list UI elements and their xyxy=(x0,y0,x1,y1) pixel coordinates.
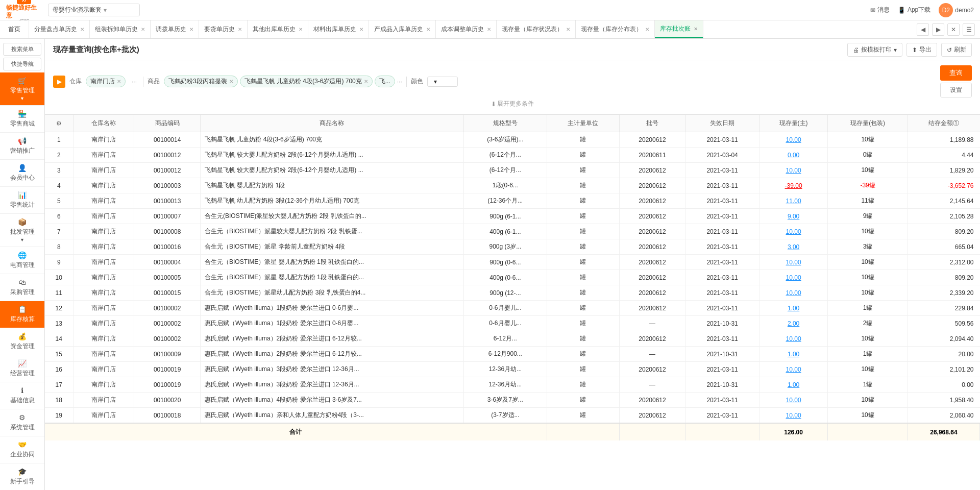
tab-close-icon[interactable]: ✕ xyxy=(80,27,84,32)
product-tag-3[interactable]: 飞... xyxy=(375,76,395,87)
sidebar-item-retail-mgmt[interactable]: 🛒 零售管理 ▼ xyxy=(0,72,44,106)
sidebar-item-wholesale[interactable]: 📦 批发管理 ▼ xyxy=(0,214,44,247)
cell-code: 00100018 xyxy=(134,408,201,424)
cell-batch: 20200611 xyxy=(619,148,685,163)
cell-qty-main[interactable]: 1.00 xyxy=(759,347,828,362)
sidebar-item-guide[interactable]: 🎓 新手引导 xyxy=(0,463,44,490)
tab-next-btn[interactable]: ▶ xyxy=(932,23,944,36)
cell-batch: — xyxy=(619,316,685,331)
cell-qty-main[interactable]: 10.00 xyxy=(759,163,828,178)
tab-yaohuo[interactable]: 要货单历史 ✕ xyxy=(199,20,248,38)
tab-close-icon[interactable]: ✕ xyxy=(141,27,145,32)
tab-xiancunliang-fenbiao[interactable]: 现存量（库存分布表） ✕ xyxy=(576,20,655,38)
message-btn[interactable]: ✉ 消息 xyxy=(870,6,890,14)
cell-qty-main[interactable]: 1.00 xyxy=(759,301,828,316)
cell-qty-main[interactable]: 0.00 xyxy=(759,148,828,163)
query-btn[interactable]: 查询 xyxy=(940,65,972,81)
sidebar-item-inventory[interactable]: 📋 库存核算 xyxy=(0,301,44,328)
color-filter-dropdown[interactable]: ▾ xyxy=(427,77,458,87)
cell-qty-main[interactable]: 10.00 xyxy=(759,408,828,424)
col-settings[interactable]: ⚙ xyxy=(45,115,73,132)
refresh-btn[interactable]: ↺ 刷新 xyxy=(941,43,972,57)
cell-unit: 罐 xyxy=(547,224,619,239)
sidebar-item-purchase[interactable]: 🛍 采购管理 xyxy=(0,274,44,301)
sidebar-item-basic-info[interactable]: ℹ 基础信息 xyxy=(0,382,44,409)
cell-qty-main[interactable]: 10.00 xyxy=(759,362,828,377)
cell-qty-main[interactable]: 10.00 xyxy=(759,270,828,285)
tab-diaobo[interactable]: 调拨单历史 ✕ xyxy=(151,20,199,38)
tab-cailiao-chuku[interactable]: 材料出库单历史 ✕ xyxy=(308,20,369,38)
sidebar-item-ecommerce[interactable]: 🌐 电商管理 xyxy=(0,247,44,274)
cell-qty-main[interactable]: 10.00 xyxy=(759,132,828,148)
tab-close-current-btn[interactable]: ✕ xyxy=(947,23,960,36)
cell-qty-main[interactable]: -39.00 xyxy=(759,178,828,193)
tab-close-icon[interactable]: ✕ xyxy=(299,27,303,32)
cell-qty-main[interactable]: 1.00 xyxy=(759,377,828,393)
cell-qty-pkg: 1罐 xyxy=(828,301,908,316)
tab-close-icon[interactable]: ✕ xyxy=(238,27,242,32)
cell-qty-main[interactable]: 10.00 xyxy=(759,224,828,239)
tab-close-icon[interactable]: ✕ xyxy=(566,27,570,32)
cell-amount: 2,339.20 xyxy=(908,285,979,301)
cell-qty-main[interactable]: 10.00 xyxy=(759,331,828,347)
product-tag-2[interactable]: 飞鹤星飞帆 儿童奶粉 4段(3-6岁适用) 700克 ✕ xyxy=(240,76,373,87)
cell-qty-main[interactable]: 10.00 xyxy=(759,393,828,408)
app-download-btn[interactable]: 📱 App下载 xyxy=(898,6,930,14)
cell-expire: 2021-10-31 xyxy=(685,316,759,331)
sidebar-item-retail-stats[interactable]: 📊 零售统计 xyxy=(0,187,44,214)
tab-chengben-tiaozheng[interactable]: 成本调整单历史 ✕ xyxy=(436,20,497,38)
export-btn[interactable]: ⬆ 导出 xyxy=(906,43,937,57)
settings-btn[interactable]: 设置 xyxy=(940,83,972,97)
user-info[interactable]: D2 demo2 xyxy=(939,3,974,17)
tab-bar: 首页 分量盘点单历史 ✕ 组装拆卸单历史 ✕ 调拨单历史 ✕ 要货单历史 ✕ 其… xyxy=(0,20,980,39)
cell-spec: 900g (0-6... xyxy=(463,255,547,270)
tag-close-icon[interactable]: ✕ xyxy=(117,79,121,84)
warehouse-tag[interactable]: 南岸门店 ✕ xyxy=(86,76,126,87)
cell-qty-main[interactable]: 10.00 xyxy=(759,255,828,270)
sidebar-item-ops-mgmt[interactable]: 📈 经营管理 xyxy=(0,355,44,382)
sidebar-item-system[interactable]: ⚙ 系统管理 xyxy=(0,409,44,436)
tab-close-icon[interactable]: ✕ xyxy=(359,27,363,32)
cell-spec: 900g (3岁... xyxy=(463,239,547,255)
cell-qty-main[interactable]: 10.00 xyxy=(759,285,828,301)
tab-home[interactable]: 首页 xyxy=(0,20,29,38)
cell-expire: 2021-03-11 xyxy=(685,408,759,424)
cell-qty-main[interactable]: 11.00 xyxy=(759,193,828,209)
product-more[interactable]: ··· xyxy=(397,78,402,85)
tab-fenliangpandian[interactable]: 分量盘点单历史 ✕ xyxy=(29,20,90,38)
tab-prev-btn[interactable]: ◀ xyxy=(917,23,929,36)
tab-close-icon[interactable]: ✕ xyxy=(189,27,193,32)
sidebar-item-finance[interactable]: 💰 资金管理 xyxy=(0,328,44,355)
template-print-btn[interactable]: 🖨 按模板打印 ▾ xyxy=(847,43,902,57)
tab-close-icon[interactable]: ✕ xyxy=(426,27,430,32)
tab-xiancunliang-zhuangtai[interactable]: 现存量（库存状况表） ✕ xyxy=(497,20,576,38)
tag-close-icon[interactable]: ✕ xyxy=(229,79,233,84)
search-menu-btn[interactable]: 搜索菜单 xyxy=(3,43,41,56)
tab-qita-chuku[interactable]: 其他出库单历史 ✕ xyxy=(248,20,308,38)
sidebar-item-enterprise[interactable]: 🤝 企业协同 xyxy=(0,436,44,463)
table-row: 12 南岸门店 00100002 惠氏启赋（Wyeth illuma）1段奶粉 … xyxy=(45,301,980,316)
table-row: 16 南岸门店 00100019 惠氏启赋（Wyeth illuma）3段奶粉 … xyxy=(45,362,980,377)
cell-qty-main[interactable]: 3.00 xyxy=(759,239,828,255)
sidebar-item-label: 企业协同 xyxy=(10,450,35,459)
tab-close-icon[interactable]: ✕ xyxy=(694,26,698,32)
tag-close-icon[interactable]: ✕ xyxy=(364,79,368,84)
filter-expand-btn[interactable]: ▶ xyxy=(53,76,65,88)
company-select[interactable]: 母婴行业演示账套 ▾ xyxy=(48,4,140,16)
tab-menu-btn[interactable]: ☰ xyxy=(963,23,975,36)
tab-close-icon[interactable]: ✕ xyxy=(487,27,491,32)
sidebar-item-marketing[interactable]: 📢 营销推广 xyxy=(0,133,44,160)
cell-qty-main[interactable]: 2.00 xyxy=(759,316,828,331)
cell-expire: 2021-03-11 xyxy=(685,163,759,178)
tab-close-icon[interactable]: ✕ xyxy=(645,27,649,32)
quick-nav-btn[interactable]: 快捷导航 xyxy=(3,58,41,70)
product-tag-1[interactable]: 飞鹤奶粉3段丙箱提装 ✕ xyxy=(164,76,238,87)
sidebar-item-member[interactable]: 👤 会员中心 xyxy=(0,160,44,187)
tab-kucun-pici[interactable]: 库存批次账 ✕ xyxy=(655,20,703,38)
tab-chanchenpin-ruku[interactable]: 产成品入库单历史 ✕ xyxy=(369,20,436,38)
tab-zuzhuangchaijian[interactable]: 组装拆卸单历史 ✕ xyxy=(90,20,151,38)
cell-spec: 400g (6-1... xyxy=(463,224,547,239)
expand-more-btn[interactable]: ⬇ 展开更多条件 xyxy=(491,100,534,108)
cell-qty-main[interactable]: 9.00 xyxy=(759,209,828,224)
sidebar-item-retail-shop[interactable]: 🏪 零售商城 xyxy=(0,106,44,133)
